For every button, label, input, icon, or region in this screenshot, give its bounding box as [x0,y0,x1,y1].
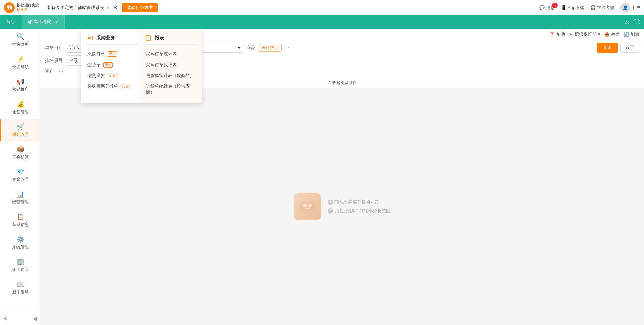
service-label: 在线客服 [597,5,614,11]
svg-rect-0 [301,202,314,212]
purchase-col-header: 采购业务 [86,34,138,45]
purchase-order-history-badge: 历史 [108,51,117,57]
system-name: 装备及固定资产辅助管理系统 [47,5,104,11]
app-download-action[interactable]: 📱 App下载 [561,5,584,11]
dropdown-item-report-4[interactable]: 进货单统计表（按供应商） [145,81,196,98]
online-service-action[interactable]: 🎧 在线客服 [590,5,614,11]
sidebar-item-search-menu[interactable]: 🔍 搜索菜单 [0,29,40,51]
help-btn[interactable]: ❓ 帮助 [549,31,565,37]
dropdown-item-purchase-order[interactable]: 采购订单 历史 [86,49,138,59]
purchase-col-title: 采购业务 [96,35,115,41]
export-btn[interactable]: 📤 导出 [604,31,620,37]
purchase-dropdown-menu: 采购业务 采购订单 历史 进货单 历史 进货退货 历史 采购费用分摊单 历史 [81,29,202,103]
basic-info-icon: 📋 [17,213,24,220]
sidebar: 🔍 搜索菜单 ⚡ 快捷导航 📢 营销推广 💰 销售管理 🛒 采购管理 📦 库存核… [0,29,40,325]
sidebar-label-system-mgmt: 系统管理 [12,244,29,250]
message-action[interactable]: 💬 消息 5 [539,5,555,11]
dropdown-item-return[interactable]: 进货退货 历史 [86,70,138,81]
search-menu-icon: 🔍 [17,33,24,40]
logo-text: 畅捷通好生意 标准版 [17,3,39,12]
home-tab-label: 首页 [6,19,15,25]
top-bar: 畅 畅捷通好生意 标准版 装备及固定资产辅助管理系统 ▾ ⚙ 体验行业方案 💬 … [0,0,644,15]
tab-sales-rank[interactable]: 销售排行榜 ✕ [22,15,65,29]
sidebar-item-finance[interactable]: 💎 资金管理 [0,164,40,187]
report-col-icon [145,34,152,42]
incoming-history-badge: 历史 [103,62,113,68]
dropdown-item-report-2[interactable]: 采购订单执行表 [145,59,196,70]
system-icon: ⚙️ [17,236,24,243]
query-btn[interactable]: 查询 [597,43,618,53]
sidebar-item-inventory[interactable]: 📦 库存核算 [0,141,40,164]
goods-more-icon[interactable]: ··· [286,45,291,51]
tab-close-icon[interactable]: ✕ [55,20,58,25]
user-action[interactable]: 👤 用户 [620,3,640,12]
report-3-label: 进货单统计表（按商品） [146,73,194,79]
system-name-bar: 装备及固定资产辅助管理系统 ▾ ⚙ [47,4,118,11]
date-shortcut-7days[interactable]: 近7天 [69,45,80,51]
sidebar-item-enterprise[interactable]: 🏢 企业协同 [0,254,40,277]
purchase-order-label: 采购订单 [87,51,105,57]
finance-icon: 💎 [17,168,24,175]
status-select[interactable]: ▾ [196,43,243,53]
sidebar-label-inventory: 库存核算 [12,154,29,160]
filter-actions: 查询 设置 [597,43,639,53]
sales-rank-tab-label: 销售排行榜 [28,19,51,25]
goods-tag-remove-icon[interactable]: ✕ [275,45,279,50]
collapse-text: 收起更多条件 [332,80,357,86]
sidebar-item-operations[interactable]: 📊 经营管理 [0,187,40,209]
user-label: 用户 [631,5,640,11]
report-1-label: 采购订单统计表 [146,51,177,57]
phone-icon: 📱 [561,5,566,10]
marketing-icon: 📢 [17,78,24,85]
sidebar-label-finance: 资金管理 [12,177,29,182]
sidebar-item-sales-mgmt[interactable]: 💰 销售管理 [0,96,40,119]
sidebar-settings-btn[interactable]: ⚙ [3,315,8,322]
customer-more-icon[interactable]: ··· [59,68,63,74]
settings-gear-icon[interactable]: ⚙ [113,4,118,11]
dropdown-item-incoming[interactable]: 进货单 历史 [86,59,138,70]
dropdown-item-report-1[interactable]: 采购订单统计表 [145,49,196,59]
svg-rect-2 [308,204,312,207]
incoming-label: 进货单 [87,62,101,68]
fee-history-badge: 历史 [121,84,130,89]
sidebar-item-guide[interactable]: 📖 新手引导 [0,277,40,299]
purchase-col: 采购业务 采购订单 历史 进货单 历史 进货退货 历史 采购费用分摊单 历史 [86,34,138,98]
report-4-label: 进货单统计表（按供应商） [146,83,195,95]
goods-label: 商品 [247,45,255,51]
sidebar-item-marketing[interactable]: 📢 营销推广 [0,74,40,96]
sidebar-label-marketing: 营销推广 [12,87,29,92]
content-area: ❓ 帮助 🖨 按模板打印 ▾ 📤 导出 🔄 刷新 单据日期 [40,29,644,325]
app-label: App下载 [568,5,584,11]
sidebar-item-quick-nav[interactable]: ⚡ 快捷导航 [0,51,40,74]
sidebar-collapse-btn[interactable]: ◀ [33,315,37,322]
return-history-badge: 历史 [108,73,117,78]
tab-close-window-icon[interactable]: ✕ [623,18,631,27]
logo-icon: 畅 [4,2,15,13]
tab-maximize-icon[interactable]: ⛶ [633,18,641,27]
print-template-btn[interactable]: 🖨 按模板打印 ▾ [569,31,600,37]
quick-nav-icon: ⚡ [17,55,24,63]
chevron-down-icon[interactable]: ▾ [107,5,109,10]
sidebar-label-sales-mgmt: 销售管理 [12,109,29,115]
goods-tag[interactable]: 设计费 ✕ [259,44,282,52]
sidebar-item-basic-info[interactable]: 📋 基础信息 [0,209,40,232]
purchase-icon: 🛒 [17,123,24,130]
sidebar-item-purchase-mgmt[interactable]: 🛒 采购管理 [0,119,40,141]
report-col-title: 报表 [155,35,164,41]
export-icon: 📤 [604,32,610,37]
collapse-icon: ∧ [328,80,331,86]
top-bar-actions: 💬 消息 5 📱 App下载 🎧 在线客服 👤 用户 [539,3,640,12]
help-icon: ❓ [549,32,555,37]
sidebar-label-basic-info: 基础信息 [12,222,29,228]
message-badge: 5 [552,3,558,8]
dropdown-item-fee[interactable]: 采购费用分摊单 历史 [86,81,138,92]
tab-home[interactable]: 首页 [0,15,22,29]
sidebar-bottom: ⚙ ◀ [0,312,40,325]
dropdown-item-report-3[interactable]: 进货单统计表（按商品） [145,70,196,81]
main-layout: 🔍 搜索菜单 ⚡ 快捷导航 📢 营销推广 💰 销售管理 🛒 采购管理 📦 库存核… [0,29,644,325]
refresh-btn[interactable]: 🔄 刷新 [624,31,639,37]
industry-btn[interactable]: 体验行业方案 [122,3,158,12]
sidebar-item-system-mgmt[interactable]: ⚙️ 系统管理 [0,232,40,254]
settings-btn[interactable]: 设置 [620,43,639,53]
rank-value: 金额 [69,57,78,64]
